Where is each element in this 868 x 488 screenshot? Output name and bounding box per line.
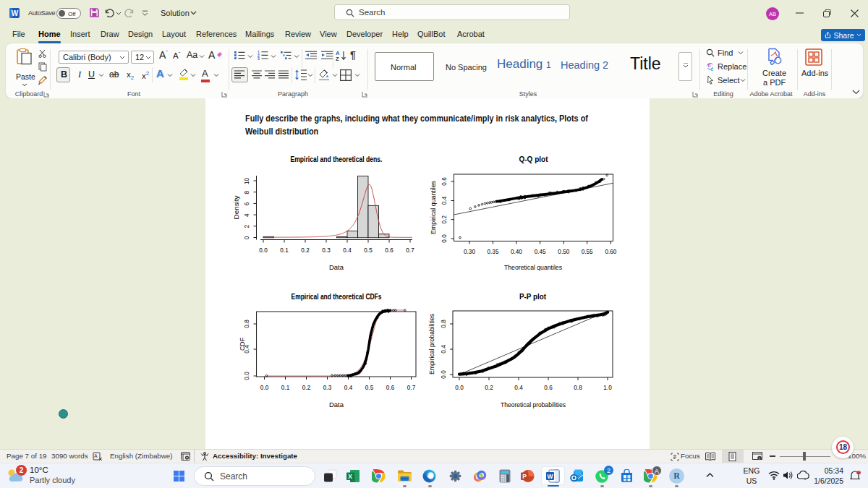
svg-text:0.0: 0.0 <box>441 234 448 243</box>
svg-text:0.4: 0.4 <box>514 385 523 391</box>
svg-text:0.6: 0.6 <box>386 385 395 391</box>
svg-text:W: W <box>547 473 553 480</box>
svg-text:3: 3 <box>258 56 260 60</box>
svg-text:0.2: 0.2 <box>485 385 493 391</box>
svg-text:0.7: 0.7 <box>407 385 416 391</box>
svg-text:0: 0 <box>244 236 250 239</box>
svg-text:10: 10 <box>244 178 250 185</box>
svg-text:0.6: 0.6 <box>441 177 448 186</box>
svg-text:0.2: 0.2 <box>441 215 448 224</box>
svg-text:4: 4 <box>244 213 250 217</box>
svg-text:0.50: 0.50 <box>558 249 569 255</box>
svg-text:2: 2 <box>244 225 250 228</box>
svg-text:Data: Data <box>329 264 344 271</box>
svg-text:0.7: 0.7 <box>406 247 414 254</box>
svg-text:0.0: 0.0 <box>244 372 250 380</box>
svg-text:0.3: 0.3 <box>323 385 332 391</box>
svg-text:0.8: 0.8 <box>244 320 250 328</box>
svg-text:1.0: 1.0 <box>603 385 612 391</box>
svg-text:0.0: 0.0 <box>259 247 268 254</box>
svg-text:Data: Data <box>329 401 344 408</box>
svg-text:i: i <box>759 456 760 461</box>
svg-text:0.2: 0.2 <box>302 385 311 391</box>
svg-text:Theoretical quantiles: Theoretical quantiles <box>504 264 562 271</box>
svg-text:Empirical and theoretical dens: Empirical and theoretical dens. <box>291 155 383 163</box>
svg-text:6: 6 <box>244 202 250 205</box>
svg-text:Empirical probabilities: Empirical probabilities <box>428 314 435 374</box>
svg-text:0.5: 0.5 <box>365 385 374 391</box>
svg-text:Z: Z <box>336 56 339 61</box>
svg-text:0.5: 0.5 <box>364 247 373 254</box>
svg-text:Theoretical probabilities: Theoretical probabilities <box>501 401 566 408</box>
svg-text:0.30: 0.30 <box>464 249 475 255</box>
svg-text:0.0: 0.0 <box>455 385 464 391</box>
svg-text:P: P <box>522 473 527 480</box>
svg-text:0.3: 0.3 <box>322 247 331 254</box>
svg-text:0.6: 0.6 <box>544 385 553 391</box>
svg-text:Density: Density <box>233 195 240 220</box>
svg-text:0.60: 0.60 <box>605 249 616 255</box>
svg-text:0.1: 0.1 <box>280 247 289 254</box>
svg-text:0.8: 0.8 <box>574 385 582 391</box>
svg-text:8: 8 <box>244 190 250 194</box>
svg-text:W: W <box>12 9 19 17</box>
svg-text:CDF: CDF <box>239 338 246 351</box>
svg-text:0.4: 0.4 <box>344 385 353 391</box>
svg-text:0.1: 0.1 <box>281 385 290 391</box>
svg-text:0.2: 0.2 <box>301 247 310 254</box>
svg-text:X: X <box>348 473 352 480</box>
svg-text:A: A <box>94 453 98 458</box>
svg-text:Q-Q plot: Q-Q plot <box>519 155 548 163</box>
svg-text:0.55: 0.55 <box>582 249 593 255</box>
svg-text:0.45: 0.45 <box>535 249 546 255</box>
svg-text:0.8: 0.8 <box>441 320 447 328</box>
svg-text:0.35: 0.35 <box>488 249 499 255</box>
svg-text:0.0: 0.0 <box>260 385 269 391</box>
svg-text:0.40: 0.40 <box>511 249 522 255</box>
svg-text:0.4: 0.4 <box>441 196 448 205</box>
svg-text:Empirical and theoretical CDFs: Empirical and theoretical CDFs <box>292 292 382 301</box>
svg-text:0.6: 0.6 <box>385 247 393 254</box>
svg-text:0.4: 0.4 <box>441 345 447 354</box>
svg-text:Empirical quantiles: Empirical quantiles <box>430 181 437 234</box>
svg-text:P-P plot: P-P plot <box>519 292 546 301</box>
svg-text:0.0: 0.0 <box>441 370 447 379</box>
svg-text:0.4: 0.4 <box>343 247 352 254</box>
